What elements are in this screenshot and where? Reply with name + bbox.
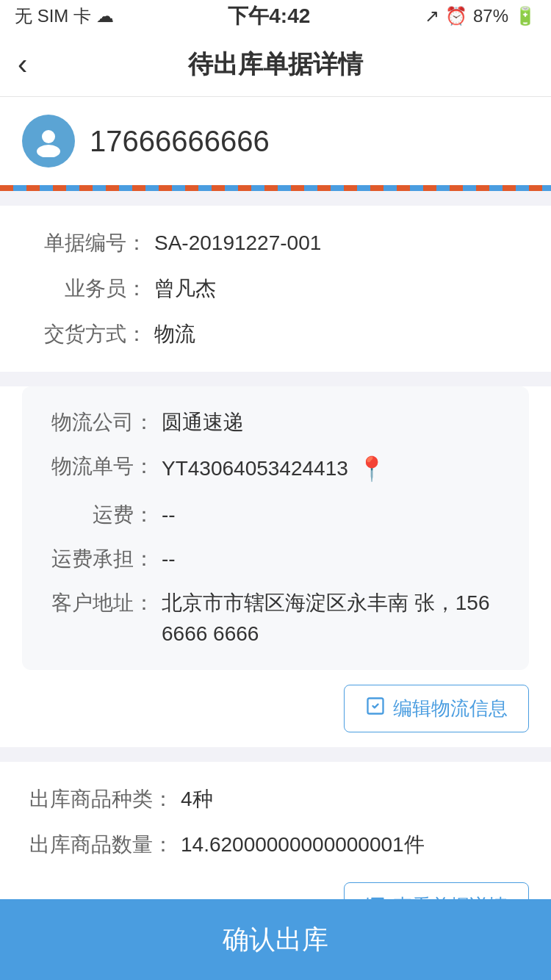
goods-quantity-label: 出库商品数量： [29, 829, 181, 860]
confirm-button-label: 确认出库 [223, 922, 328, 958]
logistics-company-row: 物流公司： 圆通速递 [44, 407, 507, 438]
battery-icon: 🔋 [514, 6, 536, 26]
dashed-separator [0, 185, 551, 191]
svg-point-0 [42, 130, 55, 143]
goods-quantity-value: 14.62000000000000001件 [181, 829, 522, 860]
logistics-freight-value: -- [162, 500, 507, 530]
status-left: 无 SIM 卡 ☁ [15, 4, 114, 28]
status-time: 下午4:42 [228, 2, 310, 30]
sim-status: 无 SIM 卡 ☁ [15, 4, 114, 28]
goods-section: 出库商品种类： 4种 出库商品数量： 14.62000000000000001件 [0, 762, 551, 875]
goods-quantity-row: 出库商品数量： 14.62000000000000001件 [29, 829, 522, 860]
logistics-section: 物流公司： 圆通速递 物流单号： YT43064053424413 📍 运费： … [0, 386, 551, 747]
battery-status: 87% [473, 6, 508, 26]
logistics-tracking-value: YT43064053424413 📍 [162, 451, 507, 486]
logistics-freight-label: 运费： [44, 500, 162, 530]
logistics-company-label: 物流公司： [44, 407, 162, 438]
section-separator [0, 747, 551, 762]
logistics-freight-bearer-value: -- [162, 544, 507, 574]
logistics-company-value: 圆通速递 [162, 407, 507, 438]
confirm-bar[interactable]: 确认出库 [0, 899, 551, 980]
logistics-address-value: 北京市市辖区海淀区永丰南 张，156 6666 6666 [162, 588, 507, 649]
logistics-freight-row: 运费： -- [44, 500, 507, 530]
salesman-value: 曾凡杰 [154, 273, 522, 304]
svg-point-1 [37, 145, 60, 157]
avatar-icon [32, 125, 65, 157]
edit-logistics-container: 编辑物流信息 [0, 685, 551, 747]
order-info-section: 单据编号： SA-20191227-001 业务员： 曾凡杰 交货方式： 物流 [0, 206, 551, 372]
nav-bar: ‹ 待出库单据详情 [0, 32, 551, 97]
avatar [22, 115, 75, 167]
delivery-row: 交货方式： 物流 [29, 319, 522, 350]
goods-types-row: 出库商品种类： 4种 [29, 784, 522, 815]
alarm-icon: ⏰ [445, 6, 467, 26]
status-bar: 无 SIM 卡 ☁ 下午4:42 ↗ ⏰ 87% 🔋 [0, 0, 551, 32]
customer-header: 17666666666 [0, 97, 551, 185]
order-no-value: SA-20191227-001 [154, 228, 522, 259]
delivery-label: 交货方式： [29, 319, 154, 350]
logistics-address-row: 客户地址： 北京市市辖区海淀区永丰南 张，156 6666 6666 [44, 588, 507, 649]
logistics-freight-bearer-row: 运费承担： -- [44, 544, 507, 574]
page-title: 待出库单据详情 [188, 48, 363, 82]
salesman-label: 业务员： [29, 273, 154, 304]
logistics-freight-bearer-label: 运费承担： [44, 544, 162, 574]
logistics-tracking-label: 物流单号： [44, 451, 162, 482]
location-icon[interactable]: 📍 [357, 451, 386, 486]
edit-icon [365, 696, 386, 721]
back-button[interactable]: ‹ [18, 48, 27, 81]
gps-icon: ↗ [425, 6, 439, 26]
logistics-tracking-row: 物流单号： YT43064053424413 📍 [44, 451, 507, 486]
order-no-label: 单据编号： [29, 228, 154, 259]
status-right: ↗ ⏰ 87% 🔋 [425, 6, 536, 26]
delivery-value: 物流 [154, 319, 522, 350]
salesman-row: 业务员： 曾凡杰 [29, 273, 522, 304]
edit-logistics-label: 编辑物流信息 [393, 696, 508, 721]
goods-types-label: 出库商品种类： [29, 784, 181, 815]
edit-logistics-button[interactable]: 编辑物流信息 [344, 685, 529, 732]
customer-phone: 17666666666 [90, 125, 270, 158]
logistics-card: 物流公司： 圆通速递 物流单号： YT43064053424413 📍 运费： … [22, 386, 529, 670]
goods-types-value: 4种 [181, 784, 522, 815]
order-no-row: 单据编号： SA-20191227-001 [29, 228, 522, 259]
logistics-address-label: 客户地址： [44, 588, 162, 619]
